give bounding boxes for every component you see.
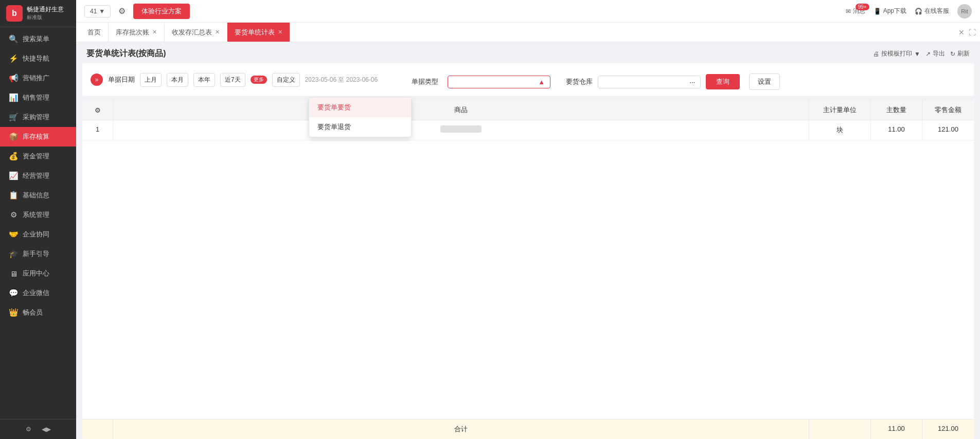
column-settings-icon[interactable]: ⚙ <box>95 106 101 114</box>
sidebar-item-label: 畅会员 <box>23 308 43 317</box>
sidebar-item-finance[interactable]: 💰 资金管理 <box>0 147 76 166</box>
sidebar-item-operations[interactable]: 📈 经营管理 <box>0 166 76 186</box>
sidebar-item-quicknav[interactable]: ⚡ 快捷导航 <box>0 49 76 68</box>
sidebar-collapse-btn[interactable]: ◀▶ <box>38 424 55 435</box>
refresh-button[interactable]: ↻ 刷新 <box>950 49 970 58</box>
dropdown-item-return[interactable]: 要货单退货 <box>309 117 411 137</box>
sidebar-item-sales[interactable]: 📊 销售管理 <box>0 88 76 107</box>
table-settings-col[interactable]: ⚙ <box>82 100 113 120</box>
export-button[interactable]: ↗ 导出 <box>925 49 945 58</box>
this-year-btn[interactable]: 本年 <box>193 73 215 87</box>
search-nav-icon: 🔍 <box>8 34 19 44</box>
tab-close-all-btn[interactable]: ✕ <box>958 28 965 36</box>
sidebar-item-system[interactable]: ⚙ 系统管理 <box>0 205 76 225</box>
sidebar-item-guide[interactable]: 🎓 新手引导 <box>0 244 76 264</box>
tabs-bar: 首页 库存批次账 ✕ 收发存汇总表 ✕ 要货单统计表 ✕ ✕ ⛶ <box>76 23 980 42</box>
megaphone-icon: 📢 <box>8 74 19 83</box>
app-download-label: App下载 <box>883 7 906 15</box>
filter-row-date: » 单据日期 上月 本月 本年 近7天 更多 自定义 2023-05-06 至 … <box>91 73 378 87</box>
topbar-right: ✉ 消息 99+ 📱 App下载 🎧 在线客服 Rit <box>846 4 972 19</box>
app-download-button[interactable]: 📱 App下载 <box>874 7 906 15</box>
tabs-actions: ✕ ⛶ <box>958 28 976 36</box>
desktop-icon: 🖥 <box>8 269 19 278</box>
product-placeholder <box>440 125 482 133</box>
tab-inventory-batch[interactable]: 库存批次账 ✕ <box>109 23 165 42</box>
this-month-btn[interactable]: 本月 <box>167 73 188 87</box>
sidebar-item-search[interactable]: 🔍 搜索菜单 <box>0 29 76 49</box>
topbar: 41 ▼ ⚙ 体验行业方案 ✉ 消息 99+ 📱 App下载 🎧 在线客服 Ri… <box>76 0 980 23</box>
sidebar-item-appcenter[interactable]: 🖥 应用中心 <box>0 264 76 283</box>
warehouse-more-icon[interactable]: ··· <box>689 78 695 86</box>
promo-button[interactable]: 体验行业方案 <box>133 4 190 19</box>
export-label: 导出 <box>933 49 945 58</box>
print-icon: 🖨 <box>873 50 879 58</box>
col-product: 商品 <box>113 100 809 120</box>
handshake-icon: 🤝 <box>8 230 19 239</box>
messages-button[interactable]: ✉ 消息 99+ <box>846 7 865 15</box>
refresh-icon: ↻ <box>950 50 955 58</box>
col-quantity: 主数量 <box>871 100 922 120</box>
sidebar-item-enterprise[interactable]: 🤝 企业协同 <box>0 225 76 244</box>
cell-amount: 121.00 <box>922 120 974 140</box>
tab-close-icon[interactable]: ✕ <box>152 29 157 35</box>
clipboard-icon: 📋 <box>8 191 19 200</box>
filter-expand-btn[interactable]: » <box>91 74 103 86</box>
account-selector[interactable]: 41 ▼ <box>84 5 111 17</box>
sidebar-item-label: 系统管理 <box>23 210 49 220</box>
warehouse-select[interactable]: ··· <box>598 76 701 88</box>
sidebar-item-marketing[interactable]: 📢 营销推广 <box>0 68 76 88</box>
tab-requisition-label: 要货单统计表 <box>235 28 275 37</box>
type-select-dropdown[interactable]: ▲ <box>448 76 550 88</box>
messages-badge: 99+ <box>856 4 869 10</box>
cell-index: 1 <box>82 120 113 140</box>
message-icon: ✉ <box>846 8 851 15</box>
print-button[interactable]: 🖨 按模板打印 ▼ <box>873 49 920 58</box>
footer-quantity: 11.00 <box>871 419 922 439</box>
sidebar: b 畅捷通好生意 标准版 🔍 搜索菜单 ⚡ 快捷导航 📢 营销推广 📊 销售管理… <box>0 0 76 439</box>
tab-summary-label: 收发存汇总表 <box>172 28 212 37</box>
col-unit: 主计量单位 <box>809 100 871 120</box>
tab-home-label: 首页 <box>87 28 101 37</box>
table-body: 1 块 11.00 121.00 <box>82 120 974 419</box>
wechat-icon: 💬 <box>8 288 19 298</box>
sidebar-item-label: 搜索菜单 <box>23 34 49 44</box>
filter-settings-btn[interactable]: 设置 <box>749 74 780 90</box>
money-icon: 💰 <box>8 152 19 161</box>
last-7days-btn[interactable]: 近7天 <box>220 73 245 87</box>
footer-unit-empty <box>809 419 871 439</box>
cell-product <box>113 120 809 140</box>
sidebar-item-label: 资金管理 <box>23 152 49 161</box>
more-dates-badge[interactable]: 更多 <box>251 76 267 84</box>
tab-close-icon[interactable]: ✕ <box>215 29 220 35</box>
sidebar-item-label: 快捷导航 <box>23 54 49 63</box>
query-button[interactable]: 查询 <box>706 74 740 89</box>
sidebar-settings-btn[interactable]: ⚙ <box>22 424 35 435</box>
cell-unit: 块 <box>809 120 871 140</box>
content-area: 要货单统计表(按商品) 🖨 按模板打印 ▼ ↗ 导出 ↻ 刷新 <box>76 42 980 439</box>
tab-requisition[interactable]: 要货单统计表 ✕ <box>227 23 290 42</box>
user-avatar[interactable]: Rit <box>957 4 972 19</box>
sidebar-item-inventory[interactable]: 📦 库存核算 <box>0 127 76 147</box>
dropdown-item-requisition[interactable]: 要货单要货 <box>309 98 411 117</box>
footer-label: 合计 <box>113 419 809 439</box>
tab-summary[interactable]: 收发存汇总表 ✕ <box>165 23 227 42</box>
sidebar-item-wechat[interactable]: 💬 企业微信 <box>0 283 76 303</box>
table-row: 1 块 11.00 121.00 <box>82 120 974 140</box>
sidebar-item-label: 采购管理 <box>23 113 49 122</box>
custom-date-btn[interactable]: 自定义 <box>272 73 300 87</box>
sidebar-item-member[interactable]: 👑 畅会员 <box>0 303 76 322</box>
last-month-btn[interactable]: 上月 <box>140 73 162 87</box>
table-footer: 合计 11.00 121.00 <box>82 419 974 439</box>
tab-expand-btn[interactable]: ⛶ <box>969 28 976 36</box>
chevron-down-icon: ▼ <box>99 8 105 15</box>
tab-close-icon[interactable]: ✕ <box>278 29 282 35</box>
sidebar-item-basic-info[interactable]: 📋 基础信息 <box>0 186 76 205</box>
sidebar-item-purchase[interactable]: 🛒 采购管理 <box>0 107 76 127</box>
online-service-button[interactable]: 🎧 在线客服 <box>915 7 949 15</box>
crown-icon: 👑 <box>8 308 19 317</box>
topbar-gear-button[interactable]: ⚙ <box>115 4 129 19</box>
sidebar-item-label: 应用中心 <box>23 269 49 278</box>
cart-icon: 🛒 <box>8 113 19 122</box>
account-label: 41 <box>90 8 97 15</box>
tab-home[interactable]: 首页 <box>80 23 109 42</box>
